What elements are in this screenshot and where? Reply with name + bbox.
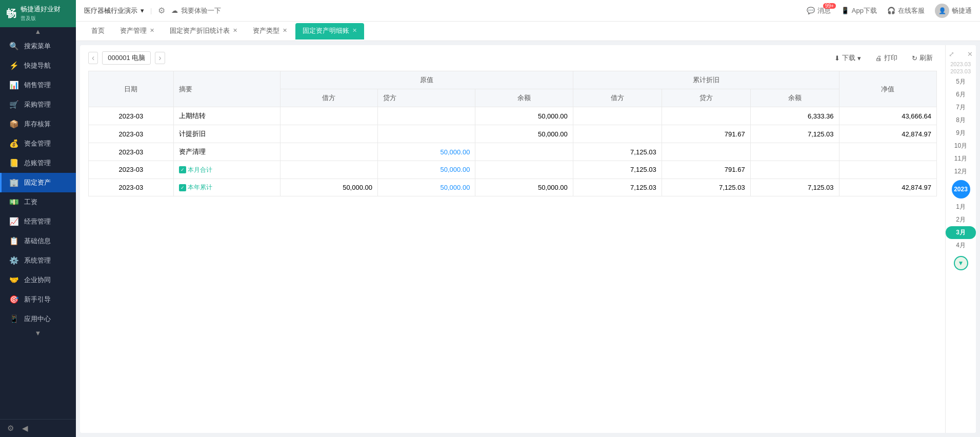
cell-net-value bbox=[839, 143, 936, 161]
timeline-month-11[interactable]: 11月 bbox=[946, 152, 976, 165]
timeline-year-2023[interactable]: 2023 bbox=[952, 180, 970, 198]
sidebar-item-purchase[interactable]: 🛒 采购管理 bbox=[0, 95, 76, 114]
service-button[interactable]: 🎧 在线客服 bbox=[887, 6, 925, 15]
sidebar: 畅 畅捷通好业财 普及版 ▲ 🔍 搜索菜单 ⚡ 快捷导航 📊 销售管理 🛒 采购… bbox=[0, 0, 76, 437]
timeline-scroll-down-icon[interactable]: ▼ bbox=[954, 256, 968, 270]
sidebar-item-guide[interactable]: 🎯 新手引导 bbox=[0, 290, 76, 309]
asset-nav-next[interactable]: › bbox=[155, 52, 165, 64]
timeline-month-8[interactable]: 8月 bbox=[946, 114, 976, 127]
cell-date: 2023-03 bbox=[89, 125, 174, 143]
sales-icon: 📊 bbox=[9, 81, 19, 90]
quicknav-icon: ⚡ bbox=[9, 61, 19, 70]
company-selector[interactable]: 医疗器械行业演示 ▾ bbox=[84, 6, 144, 15]
sidebar-item-payroll[interactable]: 💵 工资 bbox=[0, 192, 76, 212]
timeline-expand-icon[interactable]: ⤢ bbox=[949, 50, 954, 58]
timeline-month-6[interactable]: 6月 bbox=[946, 88, 976, 101]
cell-date: 2023-03 bbox=[89, 143, 174, 161]
tab-asset-detail-close[interactable]: ✕ bbox=[352, 27, 357, 34]
topbar: 医疗器械行业演示 ▾ | ⚙ ☁ 我要体验一下 💬 消息 99+ 📱 App下载… bbox=[76, 0, 980, 22]
cell-date: 2023-03 bbox=[89, 161, 174, 179]
sidebar-item-fixedassets[interactable]: 🏢 固定资产 bbox=[0, 173, 76, 192]
cell-orig-credit bbox=[378, 107, 475, 125]
tab-asset-type-close[interactable]: ✕ bbox=[283, 27, 287, 34]
cell-orig-balance: 50,000.00 bbox=[475, 125, 573, 143]
timeline-month-7[interactable]: 7月 bbox=[946, 101, 976, 114]
sidebar-item-label: 采购管理 bbox=[24, 100, 51, 109]
cell-net-value: 42,874.97 bbox=[839, 125, 936, 143]
tab-asset-type[interactable]: 资产类型 ✕ bbox=[246, 23, 294, 39]
tab-depreciation-stat[interactable]: 固定资产折旧统计表 ✕ bbox=[163, 23, 245, 39]
collapse-sidebar-icon[interactable]: ◀ bbox=[22, 424, 28, 433]
sidebar-item-search[interactable]: 🔍 搜索菜单 bbox=[0, 36, 76, 56]
sidebar-scroll-up[interactable]: ▲ bbox=[0, 27, 76, 36]
cell-summary: ✓ 本月合计 bbox=[173, 161, 280, 179]
sidebar-item-label: 工资 bbox=[24, 197, 37, 207]
col-orig-balance: 余额 bbox=[475, 89, 573, 107]
settings-icon[interactable]: ⚙ bbox=[7, 424, 14, 433]
separator: | bbox=[150, 7, 152, 14]
timeline-month-4[interactable]: 4月 bbox=[946, 239, 976, 252]
timeline-month-5[interactable]: 5月 bbox=[946, 75, 976, 88]
sidebar-item-ledger[interactable]: 📒 总账管理 bbox=[0, 153, 76, 173]
sidebar-scroll-down[interactable]: ▼ bbox=[0, 329, 76, 338]
cell-orig-credit: 50,000.00 bbox=[378, 161, 475, 179]
sidebar-item-system[interactable]: ⚙️ 系统管理 bbox=[0, 251, 76, 270]
timeline-month-9[interactable]: 9月 bbox=[946, 127, 976, 140]
cell-accum-debit: 7,125.03 bbox=[573, 161, 662, 179]
cell-orig-credit: 50,000.00 bbox=[378, 178, 475, 196]
messages-button[interactable]: 💬 消息 99+ bbox=[807, 6, 831, 15]
inner-content: ‹ 000001 电脑 › ⬇ 下载 ▾ 🖨 打印 bbox=[80, 45, 945, 433]
sidebar-item-enterprise[interactable]: 🤝 企业协同 bbox=[0, 270, 76, 290]
app-download-button[interactable]: 📱 App下载 bbox=[841, 6, 877, 15]
timeline-month-12[interactable]: 12月 bbox=[946, 165, 976, 178]
timeline-month-3[interactable]: 3月 bbox=[946, 226, 976, 239]
sidebar-item-basic[interactable]: 📋 基础信息 bbox=[0, 231, 76, 251]
basic-icon: 📋 bbox=[9, 236, 19, 246]
timeline-month-1[interactable]: 1月 bbox=[946, 201, 976, 213]
company-settings-icon[interactable]: ⚙ bbox=[158, 6, 165, 15]
sidebar-item-label: 销售管理 bbox=[24, 81, 51, 90]
system-icon: ⚙️ bbox=[9, 256, 19, 265]
download-dropdown-icon: ▾ bbox=[857, 54, 861, 62]
guide-icon: 🎯 bbox=[9, 295, 19, 304]
cell-orig-debit bbox=[280, 143, 377, 161]
content-area: ‹ 000001 电脑 › ⬇ 下载 ▾ 🖨 打印 bbox=[80, 45, 976, 433]
sidebar-item-apps[interactable]: 📱 应用中心 bbox=[0, 309, 76, 329]
sidebar-item-label: 固定资产 bbox=[24, 178, 51, 187]
sidebar-item-label: 库存核算 bbox=[24, 120, 51, 129]
toolbar-right: ⬇ 下载 ▾ 🖨 打印 ↻ 刷新 bbox=[830, 51, 937, 65]
tab-asset-detail[interactable]: 固定资产明细账 ✕ bbox=[295, 23, 364, 39]
tab-home[interactable]: 首页 bbox=[84, 23, 112, 39]
cell-accum-credit: 791.67 bbox=[662, 161, 750, 179]
sidebar-item-quicknav[interactable]: ⚡ 快捷导航 bbox=[0, 56, 76, 75]
download-button[interactable]: ⬇ 下载 ▾ bbox=[830, 51, 865, 65]
sidebar-item-label: 资金管理 bbox=[24, 139, 51, 148]
inventory-icon: 📦 bbox=[9, 120, 19, 129]
asset-code: 000001 bbox=[108, 54, 130, 62]
cloud-icon: ☁ bbox=[171, 7, 178, 14]
tab-asset-mgmt[interactable]: 资产管理 ✕ bbox=[113, 23, 162, 39]
timeline-month-2[interactable]: 2月 bbox=[946, 213, 976, 226]
col-accum-debit: 借方 bbox=[573, 89, 662, 107]
timeline-close-icon[interactable]: ✕ bbox=[967, 50, 973, 58]
print-button[interactable]: 🖨 打印 bbox=[871, 51, 902, 65]
logo-subtitle: 普及版 bbox=[21, 15, 61, 22]
cell-orig-debit: 50,000.00 bbox=[280, 178, 377, 196]
cell-summary: ✓ 本年累计 bbox=[173, 178, 280, 196]
asset-nav-prev[interactable]: ‹ bbox=[88, 52, 98, 64]
sidebar-item-operations[interactable]: 📈 经营管理 bbox=[0, 212, 76, 231]
refresh-button[interactable]: ↻ 刷新 bbox=[908, 51, 937, 65]
service-icon: 🎧 bbox=[887, 7, 895, 14]
table-row: 2023-03 资产清理 50,000.00 7,125.03 bbox=[89, 143, 937, 161]
experience-button[interactable]: ☁ 我要体验一下 bbox=[171, 6, 221, 15]
sidebar-item-inventory[interactable]: 📦 库存核算 bbox=[0, 114, 76, 134]
timeline-month-10[interactable]: 10月 bbox=[946, 140, 976, 152]
messages-badge: 99+ bbox=[823, 3, 836, 9]
cell-orig-balance bbox=[475, 161, 573, 179]
user-menu[interactable]: 👤 畅捷通 bbox=[935, 4, 972, 18]
sidebar-item-sales[interactable]: 📊 销售管理 bbox=[0, 75, 76, 95]
cell-summary: 资产清理 bbox=[173, 143, 280, 161]
sidebar-item-funds[interactable]: 💰 资金管理 bbox=[0, 134, 76, 153]
tab-asset-mgmt-close[interactable]: ✕ bbox=[150, 27, 154, 34]
tab-depreciation-stat-close[interactable]: ✕ bbox=[233, 27, 237, 34]
